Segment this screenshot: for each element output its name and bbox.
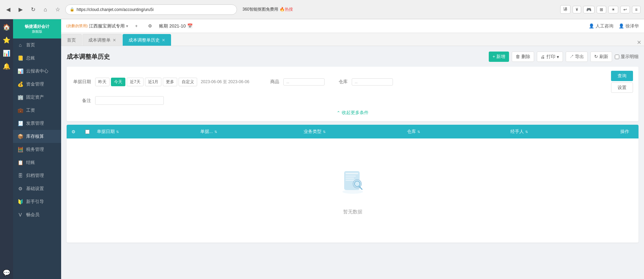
filter-card: 单据日期 昨天 今天 近7天 近1月 更多 自定义 2023-06-06 至 2…	[67, 67, 639, 121]
add-company-btn[interactable]: +	[132, 22, 141, 30]
sidebar-item-reports[interactable]: 📊 云报表中心	[13, 65, 61, 78]
tab-cost-adjust-history[interactable]: 成本调整单历史 ✕	[123, 34, 171, 46]
custom-date-btn[interactable]: 自定义	[179, 78, 197, 86]
settings-browser-btn[interactable]: ☀	[608, 6, 618, 13]
print-icon: 🖨	[541, 54, 545, 59]
apps-btn[interactable]: ⊞	[597, 6, 606, 13]
th-date-label: 单据日期	[97, 129, 115, 135]
sidebar-item-salary[interactable]: 💼 工资	[13, 104, 61, 117]
help-area[interactable]: 👤 人工咨询	[589, 23, 613, 29]
th-number[interactable]: 单据... ⇅	[197, 129, 301, 135]
table-check-all[interactable]	[80, 130, 94, 134]
home-button[interactable]: ⌂	[41, 5, 50, 14]
refresh-btn[interactable]: ↻ 刷新	[590, 52, 612, 62]
svg-rect-4	[346, 178, 354, 179]
show-cols-input[interactable]	[615, 55, 619, 59]
new-btn[interactable]: + 新增	[489, 52, 509, 62]
tab-cost-adjust-close[interactable]: ✕	[113, 38, 116, 43]
th-warehouse[interactable]: 仓库 ⇅	[404, 129, 508, 135]
icon-bar-main[interactable]: 🏠	[0, 21, 13, 33]
browser-tools: 译 ¥ 🎮 ⊞ ☀ ↩ ≡	[560, 5, 641, 14]
svg-rect-2	[346, 173, 358, 174]
sidebar-item-funds[interactable]: 💰 资金管理	[13, 78, 61, 91]
note-input[interactable]	[95, 96, 164, 105]
svg-rect-5	[346, 180, 355, 181]
print-label: 打印	[546, 54, 555, 60]
th-biz-type-label: 业务类型	[304, 129, 321, 135]
last1month-btn[interactable]: 近1月	[145, 78, 162, 86]
collapse-icon: ⌃	[337, 110, 340, 115]
th-date[interactable]: 单据日期 ⇅	[94, 129, 197, 135]
sidebar-item-settlement[interactable]: 📋 结账	[13, 156, 61, 169]
show-cols-checkbox[interactable]: 显示明细	[615, 54, 639, 60]
tab-cost-adjust[interactable]: 成本调整单 ✕	[82, 34, 122, 46]
invoice-icon: 🧾	[17, 121, 23, 126]
translate-btn[interactable]: 译	[560, 5, 570, 14]
icon-bar-star[interactable]: ⭐	[0, 34, 13, 46]
sidebar-item-tax[interactable]: 🧮 税务管理	[13, 143, 61, 156]
ledger-icon: 📒	[17, 55, 23, 61]
query-btn[interactable]: 查询	[611, 71, 633, 81]
top-bar: (勿删勿禁用) 江西服宝测试专用 ▾ + ⚙ 账期 2021-10 📅 👤 人工…	[61, 19, 644, 33]
delete-btn[interactable]: 🗑 删除	[512, 52, 534, 62]
icon-bar-chat[interactable]: 💬	[0, 267, 13, 279]
address-bar[interactable]: 🔒 https://cloud.chanjet.com/accounting/u…	[65, 4, 237, 15]
goods-select[interactable]: ...	[283, 78, 325, 86]
th-biz-type[interactable]: 业务类型 ⇅	[301, 129, 404, 135]
refresh-button[interactable]: ↻	[28, 5, 38, 14]
back-button[interactable]: ◀	[3, 5, 13, 14]
sidebar-item-member[interactable]: V 畅会员	[13, 208, 61, 221]
sidebar-item-ledger[interactable]: 📒 总账	[13, 52, 61, 65]
print-btn[interactable]: 🖨 打印 ▾	[537, 52, 563, 62]
sidebar-item-fixed-assets[interactable]: 🏢 固定资产	[13, 91, 61, 104]
company-selector[interactable]: (勿删勿禁用) 江西服宝测试专用 ▾	[66, 23, 128, 29]
sidebar-item-inventory[interactable]: 📦 库存核算	[13, 130, 61, 143]
table-gear-btn[interactable]: ⚙	[67, 129, 80, 134]
collapse-btn[interactable]: ⌃ 收起更多条件	[72, 108, 633, 117]
sidebar-label-tax: 税务管理	[26, 146, 44, 153]
warehouse-select[interactable]: ...	[352, 78, 393, 86]
last7days-btn[interactable]: 近7天	[127, 78, 144, 86]
hot-label: 🔥热搜	[280, 7, 293, 12]
sidebar-item-invoice[interactable]: 🧾 发票管理	[13, 117, 61, 130]
sidebar-label-inventory: 库存核算	[26, 133, 44, 140]
table-header: ⚙ 单据日期 ⇅ 单据... ⇅ 业务类型 ⇅	[67, 125, 639, 138]
star-button[interactable]: ☆	[53, 5, 63, 14]
icon-bar-bell[interactable]: 🔔	[0, 60, 13, 72]
close-all-tabs-btn[interactable]: ✕	[637, 39, 641, 46]
tab-home[interactable]: 首页	[61, 34, 82, 46]
th-handler[interactable]: 经手人 ⇅	[508, 129, 611, 135]
sidebar-item-archive[interactable]: 🗄 归档管理	[13, 169, 61, 182]
sidebar-item-settings[interactable]: ⚙ 基础设置	[13, 182, 61, 195]
sort-biz-type-icon: ⇅	[323, 130, 326, 134]
wallet-btn[interactable]: ¥	[573, 6, 581, 13]
settlement-icon: 📋	[17, 160, 23, 165]
url-text: https://cloud.chanjet.com/accounting/uru…	[77, 7, 154, 12]
sidebar-item-home[interactable]: ⌂ 首页	[13, 38, 61, 52]
yesterday-btn[interactable]: 昨天	[95, 78, 110, 86]
lock-icon: 🔒	[70, 7, 75, 12]
page-actions: + 新增 🗑 删除 🖨 打印 ▾ ↗ 导出 ↻ 刷新 显示明细	[489, 52, 639, 62]
sidebar-label-invoice: 发票管理	[26, 120, 44, 126]
company-warning: (勿删勿禁用)	[66, 23, 88, 29]
sidebar-label-reports: 云报表中心	[26, 68, 48, 74]
period-info: 账期 2021-10 📅	[159, 23, 193, 29]
sidebar-item-guide[interactable]: 🔰 新手引导	[13, 195, 61, 208]
setting-btn[interactable]: 设置	[611, 82, 633, 93]
today-btn[interactable]: 今天	[111, 78, 125, 86]
check-all-input[interactable]	[85, 130, 90, 134]
export-btn[interactable]: ↗ 导出	[566, 52, 588, 62]
browser-chrome: ◀ ▶ ↻ ⌂ ☆ 🔒 https://cloud.chanjet.com/ac…	[0, 0, 644, 19]
icon-bar-chart[interactable]: 📊	[0, 47, 13, 59]
game-btn[interactable]: 🎮	[583, 6, 595, 13]
company-settings-btn[interactable]: ⚙	[145, 22, 156, 30]
undo-btn[interactable]: ↩	[620, 6, 630, 13]
svg-line-8	[359, 187, 362, 189]
more-date-btn[interactable]: 更多	[163, 78, 177, 86]
salary-icon: 💼	[17, 108, 23, 113]
forward-button[interactable]: ▶	[16, 5, 25, 14]
th-actions: 操作	[611, 129, 639, 135]
user-area[interactable]: 👤 徐泽华	[619, 23, 639, 29]
tab-cost-adjust-history-close[interactable]: ✕	[162, 38, 165, 43]
menu-btn[interactable]: ≡	[632, 6, 641, 13]
